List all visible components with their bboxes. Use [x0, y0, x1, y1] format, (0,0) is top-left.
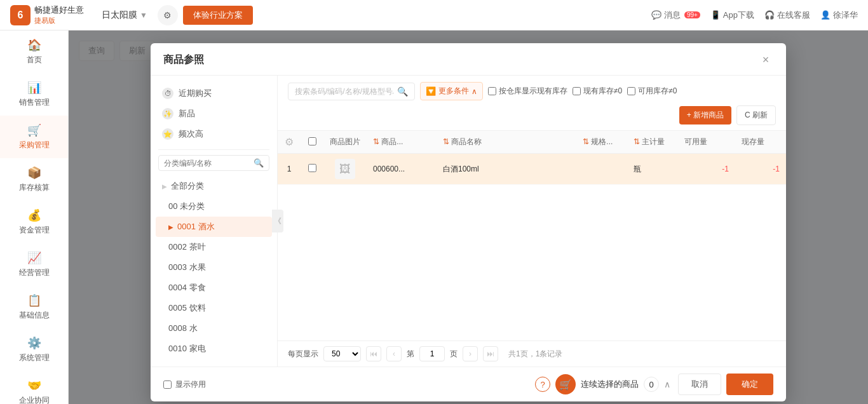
cat-drinks[interactable]: 0005 饮料 [156, 298, 272, 318]
product-table: ⚙ 商品图片 [278, 131, 786, 185]
prev-page-button[interactable]: ‹ [386, 346, 402, 361]
cat-unclassified[interactable]: 00 未分类 [156, 196, 272, 217]
quick-link-frequent[interactable]: ⭐ 频次高 [156, 124, 272, 144]
help-button[interactable]: ? [535, 377, 550, 392]
check-warehouse-display[interactable]: 按仓库显示现有库存 [488, 86, 567, 97]
basicinfo-icon: 📋 [27, 293, 41, 307]
quick-link-recent[interactable]: ⏱ 近期购买 [156, 83, 272, 104]
new-icon: ✨ [162, 108, 173, 119]
sales-icon: 📊 [27, 81, 41, 95]
refresh-button[interactable]: C 刷新 [736, 105, 776, 125]
cat-tea[interactable]: 0002 茶叶 [156, 237, 272, 257]
message-icon: 💬 [651, 10, 661, 20]
row-code: 000600... [367, 154, 437, 185]
modal-close-button[interactable]: × [758, 52, 773, 67]
select-all-checkbox[interactable] [308, 137, 316, 145]
product-search-icon[interactable]: 🔍 [397, 86, 408, 97]
logo-icon: 6 [10, 5, 31, 25]
sidebar-item-inventory[interactable]: 📦 库存核算 [0, 158, 68, 201]
sort-icon-name: ⇅ [443, 137, 449, 146]
category-search[interactable]: 🔍 [158, 155, 269, 171]
sidebar-item-basic-info[interactable]: 📋 基础信息 [0, 286, 68, 328]
page-number-input[interactable] [419, 346, 445, 361]
trial-button[interactable]: 体验行业方案 [183, 6, 253, 25]
category-search-icon[interactable]: 🔍 [254, 158, 264, 168]
warehouse-display-checkbox[interactable] [488, 87, 496, 95]
store-selector[interactable]: 日太阳膜 ▼ [97, 7, 153, 24]
show-disabled-checkbox[interactable]: 显示停用 [163, 379, 206, 390]
sidebar-item-purchase[interactable]: 🛒 采购管理 [0, 116, 68, 158]
page-word: 第 [407, 349, 414, 360]
page-size-select[interactable]: 50 10 20 100 [323, 346, 361, 361]
th-checkbox [301, 131, 323, 154]
quick-links: ⏱ 近期购买 ✨ 新品 ⭐ 频次高 [151, 83, 277, 144]
app-download-button[interactable]: 📱 App下载 [710, 10, 754, 21]
add-product-button[interactable]: + 新增商品 [679, 106, 731, 125]
online-service-button[interactable]: 🎧 在线客服 [764, 10, 810, 21]
wine-arrow: ▶ [168, 224, 173, 231]
sidebar-item-home[interactable]: 🏠 首页 [0, 30, 68, 73]
category-tree: ▶ 全部分类 00 未分类 ▶ 0001 酒水 0002 茶 [151, 176, 277, 359]
more-filter-button[interactable]: 🔽 更多条件 ∧ [420, 82, 483, 100]
row-checkbox[interactable] [301, 154, 323, 185]
sort-icon-unit: ⇅ [634, 137, 640, 146]
last-page-button[interactable]: ⏭ [483, 346, 498, 361]
sidebar-item-finance[interactable]: 💰 资金管理 [0, 201, 68, 243]
content-area: 查询 刷新 商品参照 × ⏱ [69, 30, 868, 404]
cat-appliance[interactable]: 0010 家电 [156, 339, 272, 359]
collapse-panel-button[interactable]: 《 [272, 210, 283, 232]
inventory-icon: 📦 [27, 166, 41, 180]
product-search-input[interactable] [295, 87, 393, 96]
messages-button[interactable]: 💬 消息 99+ [651, 10, 700, 21]
sidebar-item-enterprise[interactable]: 🤝 企业协同 [0, 371, 68, 404]
row-stock: -1 [735, 154, 786, 185]
check-available-not-zero[interactable]: 现有库存≠0 [573, 86, 622, 97]
cat-snacks[interactable]: 0004 零食 [156, 278, 272, 298]
product-search-box[interactable]: 🔍 [288, 83, 415, 100]
quick-link-new[interactable]: ✨ 新品 [156, 104, 272, 124]
usable-not-zero-checkbox[interactable] [627, 87, 635, 95]
page-word2: 页 [450, 349, 458, 360]
next-page-button[interactable]: › [463, 346, 478, 361]
cat-wine[interactable]: ▶ 0001 酒水 [156, 217, 272, 237]
row-select-checkbox[interactable] [308, 164, 316, 172]
th-product-name: ⇅ 商品名称 [437, 131, 576, 154]
cat-fruit[interactable]: 0003 水果 [156, 257, 272, 278]
product-toolbar: 🔍 🔽 更多条件 ∧ 按仓库显示现有库存 [278, 76, 786, 131]
cancel-button[interactable]: 取消 [678, 374, 721, 395]
category-search-input[interactable] [164, 159, 251, 168]
nav-right-area: 💬 消息 99+ 📱 App下载 🎧 在线客服 👤 徐泽华 [651, 10, 858, 21]
sidebar-item-operations[interactable]: 📈 经营管理 [0, 243, 68, 286]
table-row[interactable]: 1 🖼 [278, 154, 786, 185]
cat-water[interactable]: 0008 水 [156, 318, 272, 339]
th-product-image: 商品图片 [323, 131, 367, 154]
sidebar-item-sales[interactable]: 📊 销售管理 [0, 73, 68, 116]
confirm-button[interactable]: 确定 [726, 374, 773, 395]
store-dropdown-arrow: ▼ [140, 11, 147, 20]
logo-area: 6 畅捷通好生意 捷易版 [10, 4, 84, 25]
cat-all[interactable]: ▶ 全部分类 [156, 176, 272, 196]
sidebar-item-system[interactable]: ⚙️ 系统管理 [0, 328, 68, 371]
user-avatar[interactable]: 👤 徐泽华 [820, 10, 858, 21]
finance-icon: 💰 [27, 208, 41, 222]
row-name: 白酒100ml [437, 154, 576, 185]
available-not-zero-checkbox[interactable] [573, 87, 581, 95]
first-page-button[interactable]: ⏮ [366, 346, 381, 361]
product-reference-modal: 商品参照 × ⏱ 近期购买 ✨ [151, 43, 786, 401]
table-body: 1 🖼 [278, 154, 786, 185]
filter-icon: 🔽 [426, 86, 436, 96]
operations-icon: 📈 [27, 251, 41, 265]
disabled-checkbox[interactable] [163, 380, 172, 389]
page-total-info: 共1页，1条记录 [508, 349, 562, 360]
settings-button[interactable]: ⚙ [158, 5, 178, 25]
toolbar-right-actions: + 新增商品 C 刷新 [679, 105, 776, 125]
category-divider [158, 149, 269, 150]
check-usable-not-zero[interactable]: 可用库存≠0 [627, 86, 677, 97]
app-icon: 📱 [710, 10, 721, 20]
cart-button[interactable]: 🛒 [555, 374, 576, 394]
footer-action-buttons: 取消 确定 [678, 374, 773, 395]
row-num: 1 [278, 154, 301, 185]
cart-chevron[interactable]: ∧ [664, 379, 670, 389]
table-settings-icon[interactable]: ⚙ [285, 137, 294, 147]
sidebar: 🏠 首页 📊 销售管理 🛒 采购管理 📦 库存核算 💰 资金管理 📈 经营管理 … [0, 30, 69, 404]
